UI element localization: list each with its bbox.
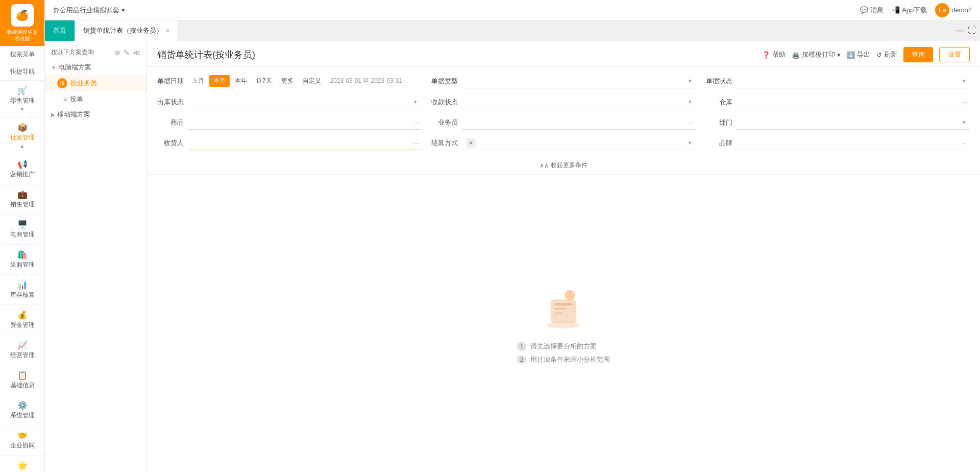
warehouse-field[interactable]: ··· — [737, 95, 970, 109]
tab-maximize-btn[interactable]: ⛶ — [968, 26, 976, 35]
collapse-panel-icon[interactable]: ≪ — [133, 49, 140, 57]
sidebar-item-enterprise[interactable]: 🤝 企业协同 — [0, 426, 44, 456]
finance-icon: 💰 — [17, 310, 28, 320]
svg-rect-4 — [554, 312, 563, 314]
query-btn[interactable]: 查询 — [903, 47, 933, 62]
quicknav-label: 快捷导航 — [10, 68, 35, 75]
print-icon: 🖨️ — [792, 51, 800, 59]
date-btn-this-month[interactable]: 本月 — [209, 75, 230, 87]
template-print-btn[interactable]: 🖨️ 按模板打印 ▾ — [792, 50, 841, 59]
refresh-btn[interactable]: ↺ 刷新 — [876, 50, 897, 59]
sidebar-quicknav[interactable]: 快捷导航 — [0, 63, 44, 81]
filter-row-2: 出库状态 ▾ 收款状态 ▾ 仓库 — [157, 95, 970, 109]
date-btn-custom[interactable]: 自定义 — [299, 75, 325, 87]
page-title: 销货单统计表(按业务员) — [157, 49, 255, 61]
sidebar-item-label: 批发管理 — [10, 133, 35, 142]
purchase-icon: 🛍️ — [17, 250, 28, 259]
breadcrumb-dropdown[interactable]: 办公用品行业模拟账套 ▾ — [53, 6, 125, 15]
sidebar-item-wholesale[interactable]: 📦 批发管理 ▲ — [0, 117, 44, 154]
sidebar-item-marketing[interactable]: 📢 营销推广 — [0, 154, 44, 184]
inventory-icon: 📊 — [17, 280, 28, 290]
order-type-select[interactable]: ▾ — [462, 74, 695, 88]
empty-tips: 1 请先选择要分析的方案 2 用过滤条件来缩小分析范围 — [517, 342, 610, 364]
help-btn[interactable]: ❓ 帮助 — [762, 50, 786, 59]
edit-scheme-icon[interactable]: ✎ — [124, 49, 130, 57]
pc-scheme-group-header[interactable]: ▼ 电脑端方案 — [45, 60, 146, 75]
settlement-select[interactable]: × ▾ — [462, 136, 695, 150]
payment-select[interactable]: ▾ — [462, 95, 695, 109]
system-icon: ⚙️ — [17, 400, 28, 410]
brand-field[interactable]: ··· — [737, 136, 970, 150]
export-label: 导出 — [857, 50, 870, 59]
receiver-dots[interactable]: ··· — [411, 139, 421, 147]
tab-minimize-btn[interactable]: — — [955, 26, 964, 35]
warehouse-dots[interactable]: ··· — [960, 98, 970, 106]
marketing-icon: 📢 — [17, 159, 28, 169]
sidebar-item-finance[interactable]: 💰 资金管理 — [0, 305, 44, 335]
scheme-item-salesperson[interactable]: 按 按业务员 — [45, 75, 146, 91]
tip-1-num: 1 — [517, 342, 526, 351]
filter-row-1: 单据日期 上月 本月 本年 近7天 更多 自定义 2023-03-01 至 20… — [157, 73, 970, 89]
tab-sales-stat[interactable]: 销货单统计表（按业务员） × — [75, 20, 178, 41]
sidebar-logo[interactable]: 🍊 畅捷通好生意 标准版 — [0, 0, 44, 46]
filter-col-brand: 品牌 ··· — [706, 136, 970, 150]
sidebar-item-ecommerce[interactable]: 🖥️ 电商管理 — [0, 215, 44, 245]
collapse-btn[interactable]: ∧∧ 收起更多条件 — [533, 159, 594, 171]
date-btn-more[interactable]: 更多 — [277, 75, 298, 87]
warehouse-label: 仓库 — [706, 98, 737, 107]
left-panel-title: 按以下方案查询 — [51, 48, 94, 57]
date-btn-this-year[interactable]: 本年 — [231, 75, 251, 87]
app-download-btn[interactable]: 📲 App下载 — [892, 6, 927, 15]
filter-col-order-status: 单据状态 ▾ — [706, 74, 970, 88]
outbound-select[interactable]: ▾ — [188, 95, 421, 109]
date-btn-7days[interactable]: 近7天 — [252, 75, 276, 87]
filter-row-4: 收货人 ··· 结算方式 × ▾ — [157, 136, 970, 150]
sidebar-item-retail[interactable]: 🛒 零售管理 ▼ — [0, 81, 44, 117]
left-panel: 按以下方案查询 ⊕ ✎ ≪ ▼ 电脑端方案 按 按业务员 ≡ 按 — [45, 41, 147, 472]
sidebar-item-label: 基础信息 — [10, 381, 35, 390]
settlement-tag-close[interactable]: × — [469, 139, 473, 147]
scheme-item-order[interactable]: ≡ 按单 — [45, 91, 146, 107]
mobile-scheme-group-header[interactable]: ▶ 移动端方案 — [45, 107, 146, 122]
salesperson-label: 业务员 — [431, 118, 462, 127]
page-header-top: 销货单统计表(按业务员) ❓ 帮助 🖨️ 按模板打印 ▾ ⬇️ — [157, 47, 970, 62]
date-btn-last-month[interactable]: 上月 — [188, 75, 208, 87]
date-range-display: 2023-03-01 至 2023-03-31 — [330, 77, 402, 85]
breadcrumb-arrow: ▾ — [121, 6, 125, 14]
salesperson-field[interactable]: ··· — [462, 115, 695, 130]
department-select[interactable]: ▾ — [737, 115, 970, 130]
retail-icon: 🛒 — [17, 86, 28, 96]
receiver-label: 收货人 — [157, 138, 188, 148]
tab-close-btn[interactable]: × — [166, 27, 169, 34]
scheme-order-label: 按单 — [70, 95, 83, 104]
sidebar-item-purchase[interactable]: 🛍️ 采购管理 — [0, 245, 44, 275]
ecommerce-icon: 🖥️ — [17, 220, 28, 229]
sidebar-item-newbie[interactable]: 🌟 新手引导 — [0, 456, 44, 472]
sidebar-item-basic[interactable]: 📋 基础信息 — [0, 365, 44, 395]
sidebar-item-operations[interactable]: 📈 经营管理 — [0, 335, 44, 365]
date-label: 单据日期 — [157, 77, 188, 86]
user-profile[interactable]: Ea demo2 — [935, 3, 972, 17]
export-btn[interactable]: ⬇️ 导出 — [847, 50, 870, 59]
left-panel-header: 按以下方案查询 ⊕ ✎ ≪ — [45, 45, 146, 60]
avatar: Ea — [935, 3, 949, 17]
main-area: 办公用品行业模拟账套 ▾ 💬 消息 📲 App下载 Ea demo2 首页 销货… — [45, 0, 980, 472]
sidebar-search[interactable]: 搜索菜单 — [0, 46, 44, 63]
sidebar-item-sales[interactable]: 💼 销售管理 — [0, 184, 44, 215]
sidebar-item-inventory[interactable]: 📊 库存核算 — [0, 275, 44, 305]
sidebar-item-system[interactable]: ⚙️ 系统管理 — [0, 395, 44, 426]
refresh-icon: ↺ — [876, 51, 882, 59]
product-field[interactable]: ··· — [188, 115, 421, 130]
tab-home[interactable]: 首页 — [45, 20, 75, 41]
product-dots[interactable]: ··· — [411, 119, 421, 126]
page-header: 销货单统计表(按业务员) ❓ 帮助 🖨️ 按模板打印 ▾ ⬇️ — [147, 41, 980, 67]
settings-btn[interactable]: 设置 — [939, 47, 970, 62]
print-dropdown-arrow: ▾ — [837, 51, 841, 59]
salesperson-dots[interactable]: ··· — [686, 119, 696, 126]
order-status-select[interactable]: ▾ — [737, 74, 970, 88]
user-name: demo2 — [951, 6, 972, 14]
add-scheme-icon[interactable]: ⊕ — [114, 49, 120, 57]
brand-dots[interactable]: ··· — [960, 139, 970, 147]
receiver-field[interactable]: ··· — [188, 136, 421, 150]
message-btn[interactable]: 💬 消息 — [860, 6, 884, 15]
